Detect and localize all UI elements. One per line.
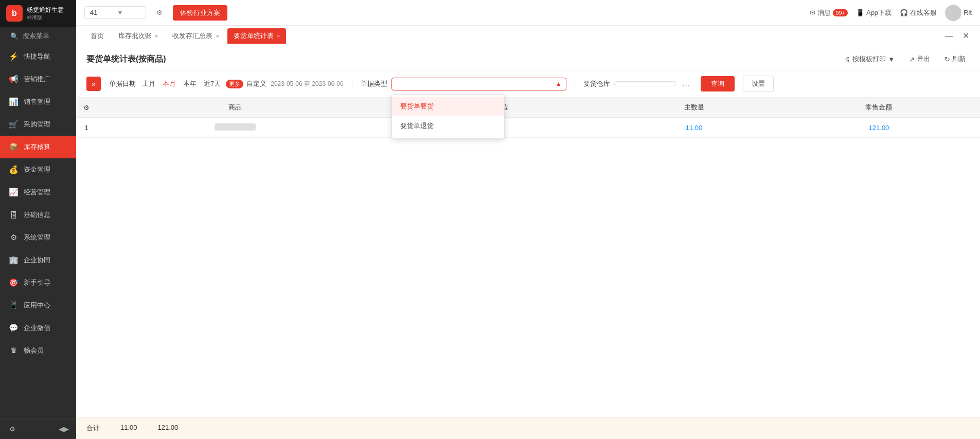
- sidebar-item-appstore[interactable]: 📱应用中心: [0, 294, 76, 317]
- tab-inventory-batch[interactable]: 库存批次账 ×: [112, 28, 164, 44]
- sidebar-item-basic[interactable]: 🗄基础信息: [0, 204, 76, 226]
- sidebar-bottom: ⚙ ◀▶: [0, 418, 76, 439]
- print-template-btn[interactable]: 🖨 按模板打印 ▼: [840, 52, 899, 66]
- sidebar-item-sales[interactable]: 📊销售管理: [0, 90, 76, 113]
- cell-amount[interactable]: 121.00: [778, 118, 980, 138]
- search-menu-item[interactable]: 🔍 搜索菜单: [0, 27, 76, 45]
- sidebar-item-marketing[interactable]: 📢营销推广: [0, 68, 76, 90]
- enterprise-icon: 🏢: [8, 255, 19, 265]
- sales-label: 销售管理: [24, 97, 50, 106]
- data-table: ⚙ 商品 主计量单位 主数量 零售金额 1 块 11.00 121.00: [76, 98, 980, 138]
- query-btn[interactable]: 查询: [701, 76, 735, 92]
- cell-quantity[interactable]: 11.00: [610, 118, 778, 138]
- purchase-icon: 🛒: [8, 119, 19, 130]
- user-item[interactable]: Rit: [945, 5, 972, 21]
- tab-receive-summary-close[interactable]: ×: [216, 33, 219, 39]
- system-icon: ⚙: [8, 232, 19, 243]
- date-shortcuts: 上月 本月 本年 近7天 更多 自定义: [140, 78, 266, 89]
- enterprise-label: 企业协同: [24, 255, 50, 265]
- tab-home-label: 首页: [91, 31, 104, 41]
- settings-icon[interactable]: ⚙: [7, 424, 17, 434]
- print-icon: 🖨: [844, 56, 850, 63]
- tab-order-stats[interactable]: 要货单统计表 ×: [227, 28, 286, 44]
- filter-more-btn[interactable]: …: [680, 77, 692, 90]
- tab-inventory-batch-label: 库存批次账: [118, 31, 152, 41]
- refresh-label: 刷新: [952, 54, 966, 64]
- appstore-label: 应用中心: [24, 301, 50, 310]
- sidebar-item-guide[interactable]: 🎯新手引导: [0, 271, 76, 294]
- type-filter-group: 单据类型 ▲ 要货单要货 要货单退货: [361, 78, 566, 90]
- search-icon: 🔍: [10, 32, 19, 40]
- col-amount: 零售金额: [778, 98, 980, 118]
- shortcut-7days[interactable]: 近7天: [202, 78, 223, 89]
- wechat-label: 企业微信: [24, 323, 50, 333]
- sidebar-item-enterprise[interactable]: 🏢企业协同: [0, 249, 76, 271]
- sidebar-item-finance[interactable]: 💰资金管理: [0, 158, 76, 181]
- sidebar-item-member[interactable]: ♛畅会员: [0, 339, 76, 362]
- page-header: 要货单统计表(按商品) 🖨 按模板打印 ▼ ↗ 导出 ↻ 刷新: [76, 46, 980, 70]
- collapse-btn[interactable]: ◀▶: [59, 424, 69, 434]
- sidebar-item-operations[interactable]: 📈经营管理: [0, 181, 76, 204]
- shortcut-prev-month[interactable]: 上月: [140, 78, 157, 89]
- tab-receive-summary-label: 收发存汇总表: [172, 31, 212, 41]
- finance-icon: 💰: [8, 164, 19, 175]
- guide-label: 新手引导: [24, 278, 50, 287]
- sales-icon: 📊: [8, 97, 19, 107]
- filter-divider-2: [575, 79, 575, 89]
- filter-divider-1: [352, 79, 352, 89]
- sidebar-item-purchase[interactable]: 🛒采购管理: [0, 113, 76, 136]
- guide-icon: 🎯: [8, 278, 19, 288]
- sidebar-item-inventory[interactable]: 📦库存核算: [0, 136, 76, 158]
- shortcut-this-year[interactable]: 本年: [181, 78, 199, 89]
- account-selector[interactable]: 41 ▼: [84, 6, 146, 19]
- print-chevron-icon: ▼: [888, 56, 895, 63]
- type-chevron-icon[interactable]: ▲: [556, 80, 562, 87]
- col-product: 商品: [97, 98, 373, 118]
- setting-btn[interactable]: 设置: [743, 76, 774, 92]
- content-area: 要货单统计表(按商品) 🖨 按模板打印 ▼ ↗ 导出 ↻ 刷新 »: [76, 46, 980, 439]
- tab-close-all-btn[interactable]: ✕: [959, 30, 972, 42]
- export-icon: ↗: [909, 56, 915, 63]
- filter-expand-btn[interactable]: »: [86, 77, 101, 91]
- col-quantity: 主数量: [610, 98, 778, 118]
- export-btn[interactable]: ↗ 导出: [905, 52, 934, 66]
- industry-btn[interactable]: 体验行业方案: [173, 5, 227, 21]
- sidebar-item-quick-nav[interactable]: ⚡快捷导航: [0, 45, 76, 68]
- messages-label: 消息: [817, 8, 831, 17]
- type-dropdown: 要货单要货 要货单退货: [391, 94, 505, 138]
- app-download-item[interactable]: 📱 App下载: [856, 8, 892, 17]
- tab-order-stats-close[interactable]: ×: [277, 33, 280, 39]
- warehouse-input[interactable]: [614, 81, 676, 86]
- type-label: 单据类型: [361, 79, 387, 88]
- col-settings[interactable]: ⚙: [76, 98, 97, 118]
- messages-icon: ✉: [810, 9, 815, 16]
- online-service-item[interactable]: 🎧 在线客服: [900, 8, 937, 17]
- refresh-btn[interactable]: ↻ 刷新: [940, 52, 970, 66]
- logo-icon: b: [6, 5, 23, 22]
- user-name: Rit: [964, 9, 972, 16]
- gear-btn[interactable]: ⚙: [152, 6, 167, 20]
- sidebar-item-system[interactable]: ⚙系统管理: [0, 226, 76, 249]
- tab-home[interactable]: 首页: [84, 28, 110, 44]
- shortcut-this-month[interactable]: 本月: [161, 78, 178, 89]
- quick-nav-label: 快捷导航: [24, 52, 50, 61]
- basic-label: 基础信息: [24, 210, 50, 220]
- dropdown-item-request[interactable]: 要货单要货: [392, 97, 504, 116]
- dropdown-item-return[interactable]: 要货单退货: [392, 116, 504, 136]
- sidebar-item-wechat[interactable]: 💬企业微信: [0, 317, 76, 339]
- more-dates-badge[interactable]: 更多: [226, 80, 243, 88]
- topbar: 41 ▼ ⚙ 体验行业方案 ✉ 消息 99+ 📱 App下载 🎧 在线客服 R: [76, 0, 980, 26]
- footer-amount: 121.00: [158, 424, 179, 433]
- type-input[interactable]: [396, 80, 556, 88]
- tab-inventory-batch-close[interactable]: ×: [155, 33, 158, 39]
- footer-amount-value: 121.00: [158, 424, 179, 433]
- table-row: 1 块 11.00 121.00: [76, 118, 980, 138]
- operations-label: 经营管理: [24, 188, 50, 197]
- messages-item[interactable]: ✉ 消息 99+: [810, 8, 848, 17]
- tab-minimize-btn[interactable]: —: [943, 30, 955, 42]
- online-service-label: 在线客服: [910, 8, 937, 17]
- type-input-wrapper[interactable]: ▲: [391, 78, 566, 90]
- tab-receive-summary[interactable]: 收发存汇总表 ×: [166, 28, 225, 44]
- warehouse-label: 要货仓库: [583, 79, 610, 88]
- custom-date-btn[interactable]: 自定义: [246, 79, 266, 88]
